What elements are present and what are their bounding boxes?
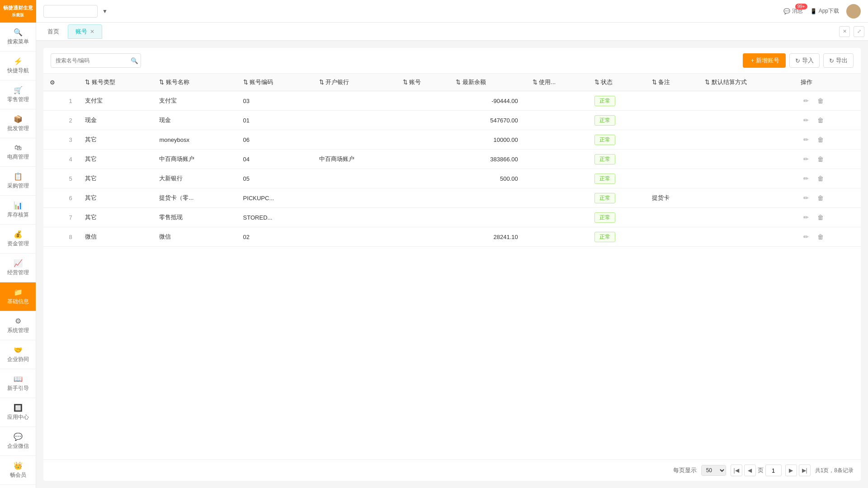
col-status[interactable]: ⇅ 状态	[589, 74, 646, 91]
col-balance[interactable]: ⇅ 最新余额	[450, 74, 527, 91]
page-number-input[interactable]	[765, 465, 782, 476]
delete-button[interactable]: 🗑	[815, 173, 826, 184]
delete-button[interactable]: 🗑	[815, 115, 826, 126]
row-settings-cell	[43, 130, 61, 150]
total-info: 共1页，8条记录	[815, 467, 854, 474]
status-badge: 正常	[594, 135, 615, 145]
col-usage[interactable]: ⇅ 使用...	[527, 74, 589, 91]
row-status-cell: 正常	[589, 208, 646, 227]
tab-close-action[interactable]: ✕	[839, 26, 850, 37]
search-button[interactable]: 🔍	[128, 54, 141, 67]
edit-button[interactable]: ✏	[801, 115, 811, 126]
table-row: 4 其它 中百商场账户 04 中百商场账户 383866.00 正常 ✏ 🗑	[43, 150, 861, 169]
sidebar-item-label: 基础信息	[2, 298, 33, 305]
page-size-select[interactable]: 50 20 100	[701, 465, 726, 476]
tab-home[interactable]: 首页	[40, 24, 67, 39]
row-type-cell: 其它	[80, 169, 154, 188]
search-input[interactable]	[51, 55, 128, 66]
tab-expand-action[interactable]: ⤢	[854, 26, 864, 37]
tab-account[interactable]: 账号 ✕	[68, 24, 102, 39]
sidebar-item-label: 资金管理	[2, 240, 33, 248]
col-settings[interactable]: ⚙	[43, 74, 61, 91]
row-account-cell	[397, 188, 450, 208]
sidebar-item-basic-info[interactable]: 📁 基础信息	[0, 282, 36, 311]
edit-button[interactable]: ✏	[801, 154, 811, 164]
export-button[interactable]: ↻ 导出	[823, 53, 854, 68]
col-status-label: ⇅ 状态	[594, 79, 613, 85]
delete-button[interactable]: 🗑	[815, 154, 826, 164]
col-bank[interactable]: ⇅ 开户银行	[314, 74, 397, 91]
header-dropdown[interactable]: ▼	[102, 8, 108, 14]
edit-button[interactable]: ✏	[801, 231, 811, 242]
last-page-button[interactable]: ▶|	[799, 465, 811, 476]
col-code[interactable]: ⇅ 账号编码	[238, 74, 314, 91]
row-num-cell: 1	[61, 91, 80, 111]
row-action-cell: ✏ 🗑	[795, 169, 861, 188]
user-avatar[interactable]	[846, 4, 861, 19]
sidebar-item-quick-nav[interactable]: ⚡ 快捷导航	[0, 52, 36, 80]
delete-button[interactable]: 🗑	[815, 134, 826, 145]
page-label: 页	[758, 466, 764, 474]
sidebar-item-new-guide[interactable]: 📖 新手引导	[0, 369, 36, 398]
status-badge: 正常	[594, 193, 615, 203]
prev-page-button[interactable]: ◀	[744, 465, 756, 476]
sidebar-item-app-center[interactable]: 🔲 应用中心	[0, 398, 36, 427]
row-remark-cell	[646, 208, 699, 227]
row-settings-cell	[43, 188, 61, 208]
message-button[interactable]: 💬 消息 99+	[783, 7, 803, 15]
top-header: ▼ 💬 消息 99+ 📱 App下载	[36, 0, 868, 23]
sidebar-item-enterprise-wechat[interactable]: 💬 企业微信	[0, 427, 36, 456]
col-balance-label: ⇅ 最新余额	[456, 79, 486, 85]
edit-button[interactable]: ✏	[801, 95, 811, 106]
header-search-input[interactable]	[43, 5, 98, 18]
action-buttons: ✏ 🗑	[801, 192, 855, 203]
sidebar-item-system-mgmt[interactable]: ⚙ 系统管理	[0, 311, 36, 340]
row-account-cell	[397, 208, 450, 227]
sidebar-item-purchase-mgmt[interactable]: 📋 采购管理	[0, 167, 36, 196]
sidebar-item-enterprise-agreement[interactable]: 🤝 企业协同	[0, 340, 36, 369]
first-page-button[interactable]: |◀	[731, 465, 742, 476]
row-action-cell: ✏ 🗑	[795, 150, 861, 169]
edit-button[interactable]: ✏	[801, 173, 811, 184]
col-name[interactable]: ⇅ 账号名称	[154, 74, 237, 91]
sidebar-item-search-menu[interactable]: 🔍 搜索菜单	[0, 23, 36, 52]
toolbar-right: + 新增账号 ↻ 导入 ↻ 导出	[743, 53, 854, 68]
row-remark-cell	[646, 91, 699, 111]
edit-button[interactable]: ✏	[801, 192, 811, 203]
edit-button[interactable]: ✏	[801, 134, 811, 145]
app-download-button[interactable]: 📱 App下载	[810, 7, 839, 15]
delete-button[interactable]: 🗑	[815, 212, 826, 223]
toolbar: 🔍 + 新增账号 ↻ 导入 ↻ 导出	[43, 48, 861, 74]
delete-button[interactable]: 🗑	[815, 231, 826, 242]
sidebar-item-wholesale-mgmt[interactable]: 📦 批发管理	[0, 109, 36, 138]
sidebar-item-ecommerce-mgmt[interactable]: 🛍 电商管理	[0, 138, 36, 167]
sidebar-item-operations-mgmt[interactable]: 📈 经营管理	[0, 253, 36, 282]
edit-button[interactable]: ✏	[801, 212, 811, 223]
add-account-button[interactable]: + 新增账号	[743, 53, 786, 68]
delete-button[interactable]: 🗑	[815, 95, 826, 106]
sidebar-item-vip-member[interactable]: 👑 畅会员	[0, 456, 36, 485]
row-num-cell: 6	[61, 188, 80, 208]
row-name-cell: 提货卡（零...	[154, 188, 237, 208]
delete-button[interactable]: 🗑	[815, 192, 826, 203]
col-type[interactable]: ⇅ 账号类型	[80, 74, 154, 91]
sidebar-item-inventory[interactable]: 📊 库存核算	[0, 196, 36, 225]
row-usage-cell	[527, 227, 589, 247]
row-settings-cell	[43, 111, 61, 130]
sidebar-item-label: 采购管理	[2, 182, 33, 190]
row-code-cell: 03	[238, 91, 314, 111]
col-remark[interactable]: ⇅ 备注	[646, 74, 699, 91]
sidebar-item-finance-mgmt[interactable]: 💰 资金管理	[0, 225, 36, 253]
system-icon: ⚙	[2, 317, 33, 325]
col-account[interactable]: ⇅ 账号	[397, 74, 450, 91]
tab-close-button[interactable]: ✕	[90, 29, 94, 34]
next-page-button[interactable]: ▶	[785, 465, 797, 476]
col-default-payment[interactable]: ⇅ 默认结算方式	[699, 74, 795, 91]
import-icon: ↻	[795, 57, 800, 64]
table-container: ⚙ ⇅ 账号类型 ⇅ 账号名称 ⇅ 账号编码	[43, 74, 861, 460]
import-button[interactable]: ↻ 导入	[789, 53, 820, 68]
table-row: 6 其它 提货卡（零... PICKUPC... 正常 提货卡 ✏ 🗑	[43, 188, 861, 208]
basic-info-icon: 📁	[2, 288, 33, 296]
sidebar-item-retail-mgmt[interactable]: 🛒 零售管理	[0, 80, 36, 109]
row-code-cell: 02	[238, 227, 314, 247]
